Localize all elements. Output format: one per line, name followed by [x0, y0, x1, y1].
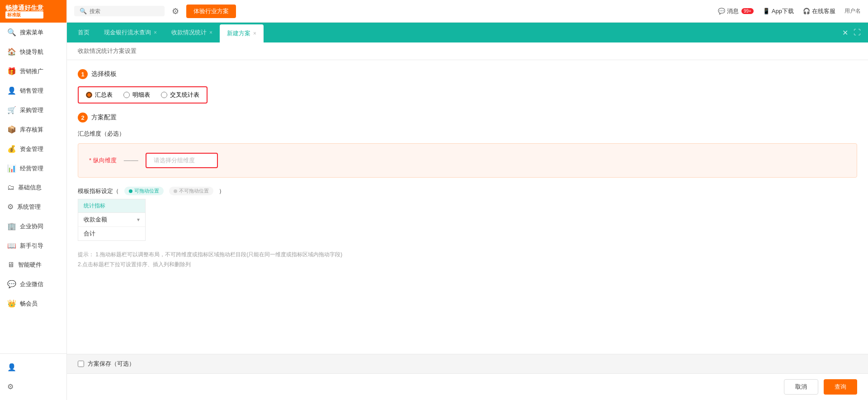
person-icon: 👤	[7, 363, 16, 372]
sidebar-item-system[interactable]: ⚙ 系统管理	[0, 197, 66, 216]
tip-1: 提示： 1.拖动标题栏可以调整布局，不可跨维度或指标区域拖动栏目段(只能在同一维…	[78, 250, 857, 260]
sidebar-item-member[interactable]: 👑 畅会员	[0, 294, 66, 313]
dimension-area: * 纵向维度 —— 请选择分组维度	[78, 143, 857, 178]
sidebar-label-search-menu: 搜索菜单	[20, 28, 43, 37]
sidebar-item-basic-info[interactable]: 🗂 基础信息	[0, 178, 66, 197]
footer-save: 方案保存（可选）	[67, 354, 868, 373]
sidebar-logo: 畅捷通好生意 标准版	[0, 0, 66, 23]
metrics-table-header: 统计指标	[78, 199, 145, 213]
user-name: 用户名	[844, 7, 861, 15]
sidebar-item-hardware[interactable]: 🖥 智能硬件	[0, 255, 66, 274]
not-draggable-label: 不可拖动位置	[179, 188, 209, 194]
radio-cross[interactable]	[161, 92, 167, 98]
radio-detail[interactable]	[123, 92, 130, 98]
tab-new-plan[interactable]: 新建方案×	[220, 24, 264, 42]
message-icon: 💬	[718, 8, 725, 14]
search-box[interactable]: 🔍	[74, 6, 165, 16]
tab-collection-stats[interactable]: 收款情况统计×	[164, 23, 220, 42]
sidebar-item-bottom2[interactable]: ⚙	[0, 377, 66, 396]
maximize-icon[interactable]: ⛶	[854, 28, 861, 37]
form-area: 1 选择模板 汇总表 明细表 交叉统计表	[67, 60, 868, 354]
sidebar-item-enterprise[interactable]: 🏢 企业协同	[0, 216, 66, 236]
sidebar-item-finance[interactable]: 💰 资金管理	[0, 139, 66, 159]
guide-icon: 📖	[7, 241, 16, 250]
app-download-btn[interactable]: 📱 App下载	[763, 7, 794, 15]
search-input[interactable]	[90, 8, 153, 14]
section1-header: 1 选择模板	[78, 69, 857, 79]
sidebar-item-search-menu[interactable]: 🔍 搜索菜单	[0, 23, 66, 42]
metrics-table-row: 收款金额▾	[78, 213, 145, 227]
tab-cash-flow[interactable]: 现金银行流水查询×	[97, 23, 164, 42]
sidebar-item-bottom1[interactable]: 👤	[0, 358, 66, 377]
tab-label-new-plan: 新建方案	[227, 29, 250, 38]
radio-detail-label: 明细表	[132, 91, 150, 99]
tabbar: 首页现金银行流水查询×收款情况统计×新建方案× ✕ ⛶	[67, 23, 868, 42]
sidebar-label-system: 系统管理	[17, 203, 41, 211]
sidebar-item-marketing[interactable]: 🎁 营销推广	[0, 61, 66, 81]
member-icon: 👑	[7, 299, 16, 308]
sidebar-item-purchase[interactable]: 🛒 采购管理	[0, 100, 66, 120]
sidebar-item-quick-nav[interactable]: 🏠 快捷导航	[0, 42, 66, 61]
service-icon: 🎧	[803, 8, 810, 14]
tab-label-collection-stats: 收款情况统计	[171, 28, 207, 37]
page-title: 收款情况统计方案设置	[67, 42, 868, 60]
settings-icon: ⚙	[7, 382, 14, 391]
wechat-icon: 💬	[7, 280, 16, 288]
query-button[interactable]: 查询	[824, 379, 857, 395]
sidebar-label-operations: 经营管理	[20, 165, 43, 173]
marketing-icon: 🎁	[7, 67, 16, 75]
section1-number: 1	[78, 69, 88, 79]
sidebar-item-guide[interactable]: 📖 新手引导	[0, 236, 66, 255]
template-option-summary[interactable]: 汇总表	[86, 91, 113, 99]
template-option-cross[interactable]: 交叉统计表	[161, 91, 199, 99]
online-service-btn[interactable]: 🎧 在线客服	[803, 7, 835, 15]
section2-header: 2 方案配置	[78, 113, 857, 122]
section2: 2 方案配置 汇总维度（必选） * 纵向维度 —— 请选择分组维度	[78, 113, 857, 269]
close-all-icon[interactable]: ✕	[842, 28, 848, 37]
quick-nav-icon: 🏠	[7, 47, 16, 56]
search-menu-icon: 🔍	[7, 28, 16, 37]
section1-title: 选择模板	[91, 70, 117, 78]
sidebar-item-wechat[interactable]: 💬 企业微信	[0, 274, 66, 294]
radio-cross-label: 交叉统计表	[170, 91, 199, 99]
dimension-select-box[interactable]: 请选择分组维度	[146, 153, 218, 168]
gear-icon[interactable]: ⚙	[172, 6, 179, 16]
tab-home[interactable]: 首页	[71, 23, 97, 42]
badge-not-draggable: 不可拖动位置	[169, 187, 213, 195]
messages-btn[interactable]: 💬 消息 99+	[718, 7, 754, 15]
sidebar: 畅捷通好生意 标准版 🔍 搜索菜单 🏠 快捷导航 🎁 营销推广 👤 销售管理 🛒…	[0, 0, 67, 400]
sidebar-label-enterprise: 企业协同	[20, 222, 43, 231]
metric-settings-label: 模板指标设定（	[78, 187, 119, 195]
sidebar-bottom: 👤 ⚙	[0, 353, 66, 400]
tab-label-home: 首页	[78, 28, 90, 37]
purchase-icon: 🛒	[7, 106, 16, 114]
finance-icon: 💰	[7, 145, 16, 153]
tab-close-new-plan[interactable]: ×	[253, 30, 256, 37]
save-plan-checkbox[interactable]	[78, 361, 84, 367]
template-option-detail[interactable]: 明细表	[123, 91, 150, 99]
tip-2: 2.点击标题栏下拉可设置排序、插入列和删除列	[78, 260, 857, 270]
industry-btn[interactable]: 体验行业方案	[186, 5, 236, 18]
tab-close-collection-stats[interactable]: ×	[209, 29, 212, 36]
badge-draggable: 可拖动位置	[124, 187, 164, 195]
sidebar-item-sales[interactable]: 👤 销售管理	[0, 81, 66, 100]
radio-summary-label: 汇总表	[95, 91, 113, 99]
radio-summary[interactable]	[86, 92, 92, 98]
messages-badge: 99+	[741, 8, 754, 14]
template-select-area: 汇总表 明细表 交叉统计表	[78, 86, 208, 104]
system-icon: ⚙	[7, 202, 14, 211]
sidebar-item-inventory[interactable]: 📦 库存核算	[0, 120, 66, 139]
tab-label-cash-flow: 现金银行流水查询	[104, 28, 151, 37]
chevron-down-icon[interactable]: ▾	[137, 216, 140, 223]
save-plan-label: 方案保存（可选）	[88, 360, 135, 368]
tab-close-cash-flow[interactable]: ×	[154, 29, 157, 36]
messages-label: 消息	[727, 7, 739, 15]
section2-title: 方案配置	[91, 113, 117, 122]
section2-number: 2	[78, 113, 88, 122]
metric-settings-suffix: ）	[219, 187, 225, 195]
cancel-button[interactable]: 取消	[784, 379, 818, 395]
dimension-placeholder: 请选择分组维度	[154, 156, 195, 165]
sidebar-item-operations[interactable]: 📊 经营管理	[0, 159, 66, 178]
topbar-right: 💬 消息 99+ 📱 App下载 🎧 在线客服 用户名	[718, 7, 861, 15]
hardware-icon: 🖥	[7, 261, 14, 269]
